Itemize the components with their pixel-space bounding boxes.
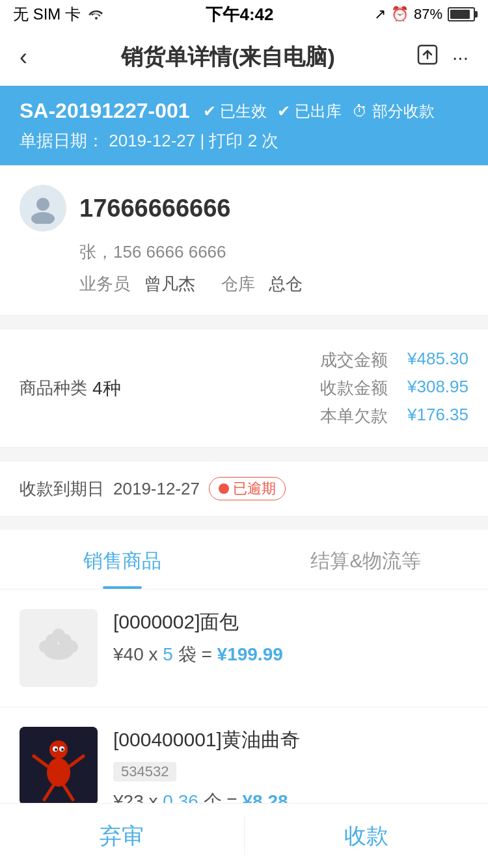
summary-right: 成交金额 ¥485.30 收款金额 ¥308.95 本单欠款 ¥176.35 bbox=[320, 349, 468, 427]
product-price: ¥40 bbox=[113, 644, 144, 664]
product-thumbnail bbox=[20, 609, 98, 687]
tabs-bar: 销售商品 结算&物流等 bbox=[0, 530, 488, 590]
product-name: [0000002]面包 bbox=[113, 609, 468, 636]
amount-row: 成交金额 ¥485.30 bbox=[320, 349, 468, 372]
customer-meta: 业务员 曾凡杰 仓库 总仓 bbox=[79, 273, 468, 295]
product-info: [000400001]黄油曲奇 534532 ¥23 x 0.36 个 = ¥8… bbox=[113, 727, 468, 814]
status-effective: ✔ 已生效 bbox=[203, 101, 267, 122]
svg-point-18 bbox=[55, 748, 57, 751]
due-date-label: 收款到期日 bbox=[20, 478, 104, 500]
due-label: 本单欠款 bbox=[320, 405, 388, 427]
product-qty: 5 bbox=[163, 644, 173, 664]
product-info: [0000002]面包 ¥40 x 5 袋 = ¥199.99 bbox=[113, 609, 468, 667]
product-thumbnail bbox=[20, 727, 98, 805]
back-button[interactable]: ‹ bbox=[20, 44, 40, 71]
received-label: 收款金额 bbox=[320, 377, 388, 400]
status-tags: ✔ 已生效 ✔ 已出库 ⏱ 部分收款 bbox=[203, 101, 435, 122]
svg-point-5 bbox=[52, 629, 65, 642]
collect-button[interactable]: 收款 bbox=[245, 804, 489, 868]
svg-point-2 bbox=[31, 212, 55, 224]
product-unit: 袋 bbox=[178, 644, 197, 664]
kind-label: 商品种类 bbox=[20, 377, 87, 400]
svg-point-8 bbox=[44, 644, 73, 660]
summary-left: 商品种类 4种 bbox=[20, 349, 121, 427]
sales-person: 曾凡杰 bbox=[144, 274, 195, 293]
page-title: 销货单详情(来自电脑) bbox=[40, 42, 416, 72]
received-row: 收款金额 ¥308.95 bbox=[320, 377, 468, 400]
bottom-bar: 弃审 收款 bbox=[0, 803, 488, 868]
location-icon: ↗ bbox=[374, 6, 386, 23]
svg-point-19 bbox=[61, 748, 64, 751]
product-name: [000400001]黄油曲奇 bbox=[113, 727, 468, 753]
status-time: 下午4:42 bbox=[206, 3, 273, 26]
print-count: 2 bbox=[248, 131, 257, 150]
battery-icon bbox=[448, 7, 475, 21]
product-batch: 534532 bbox=[113, 762, 176, 781]
print-unit: 次 bbox=[262, 131, 278, 150]
order-date: 2019-12-27 bbox=[109, 131, 195, 150]
share-button[interactable] bbox=[416, 43, 439, 71]
date-label: 单据日期： bbox=[20, 131, 104, 150]
status-bar: 无 SIM 卡 下午4:42 ↗ ⏰ 87% bbox=[0, 0, 488, 29]
avatar bbox=[20, 185, 66, 232]
amount-label: 成交金额 bbox=[320, 349, 388, 372]
order-id: SA-20191227-001 bbox=[20, 99, 190, 123]
warehouse-label: 仓库 bbox=[221, 274, 255, 293]
product-list: [0000002]面包 ¥40 x 5 袋 = ¥199.99 bbox=[0, 590, 488, 834]
nav-actions: ··· bbox=[416, 43, 468, 71]
sales-label: 业务员 bbox=[79, 274, 130, 293]
tab-settlement[interactable]: 结算&物流等 bbox=[244, 530, 488, 589]
carrier-text: 无 SIM 卡 bbox=[13, 4, 81, 25]
due-value: ¥176.35 bbox=[407, 405, 468, 427]
product-price-line: ¥40 x 5 袋 = ¥199.99 bbox=[113, 642, 468, 667]
list-item: [0000002]面包 ¥40 x 5 袋 = ¥199.99 bbox=[0, 590, 488, 707]
tab-sales[interactable]: 销售商品 bbox=[0, 530, 244, 589]
order-banner: SA-20191227-001 ✔ 已生效 ✔ 已出库 ⏱ 部分收款 单据日期：… bbox=[0, 86, 488, 165]
svg-point-1 bbox=[36, 198, 49, 211]
kind-count: 4种 bbox=[92, 376, 121, 401]
overdue-badge: 已逾期 bbox=[209, 477, 286, 500]
wifi-icon bbox=[87, 5, 105, 23]
customer-section: 17666666666 张，156 6666 6666 业务员 曾凡杰 仓库 总… bbox=[0, 165, 488, 316]
due-date-value: 2019-12-27 bbox=[113, 479, 200, 499]
cancel-review-button[interactable]: 弃审 bbox=[0, 804, 244, 868]
svg-point-11 bbox=[47, 758, 70, 787]
amount-value: ¥485.30 bbox=[407, 349, 468, 372]
customer-name-row: 17666666666 bbox=[20, 185, 468, 232]
due-row: 本单欠款 ¥176.35 bbox=[320, 405, 468, 427]
more-button[interactable]: ··· bbox=[452, 46, 468, 68]
status-left: 无 SIM 卡 bbox=[13, 4, 105, 25]
warehouse-name: 总仓 bbox=[269, 274, 303, 293]
overdue-dot-icon bbox=[219, 483, 229, 494]
status-right: ↗ ⏰ 87% bbox=[374, 6, 475, 23]
nav-bar: ‹ 销货单详情(来自电脑) ··· bbox=[0, 29, 488, 86]
print-separator: | 打印 bbox=[200, 131, 243, 150]
received-value: ¥308.95 bbox=[407, 377, 468, 400]
customer-contact: 张，156 6666 6666 bbox=[79, 241, 468, 264]
overdue-text: 已逾期 bbox=[233, 479, 276, 498]
svg-point-10 bbox=[49, 740, 68, 759]
status-shipped: ✔ 已出库 bbox=[277, 101, 342, 122]
battery-percentage: 87% bbox=[414, 6, 442, 23]
customer-phone: 17666666666 bbox=[79, 195, 230, 223]
summary-section: 商品种类 4种 成交金额 ¥485.30 收款金额 ¥308.95 本单欠款 ¥… bbox=[0, 329, 488, 448]
due-date-section: 收款到期日 2019-12-27 已逾期 bbox=[0, 461, 488, 517]
product-total: ¥199.99 bbox=[217, 644, 283, 664]
status-partial-paid: ⏱ 部分收款 bbox=[352, 101, 435, 122]
order-date-line: 单据日期： 2019-12-27 | 打印 2 次 bbox=[20, 129, 468, 152]
alarm-icon: ⏰ bbox=[391, 6, 409, 23]
